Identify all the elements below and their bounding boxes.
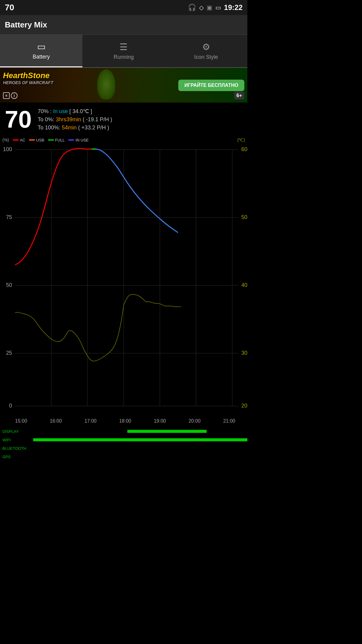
legend-full-label: FULL <box>55 138 65 142</box>
legend-full: FULL <box>48 138 65 142</box>
status-bar: 70 🎧 ◇ ▣ ▭ 19:22 <box>0 0 247 15</box>
wifi-icon: ◇ <box>199 4 204 11</box>
x-label-1500: 15:00 <box>15 418 27 424</box>
svg-text:50: 50 <box>6 282 12 288</box>
battery-tab-icon: ▭ <box>37 41 46 52</box>
svg-text:60: 60 <box>241 146 247 152</box>
legend-usb-label: USB <box>36 138 44 142</box>
chart-legend: (%) AC USB FULL IN USE (℃) <box>0 136 247 144</box>
tab-running-label: Running <box>113 54 134 60</box>
legend-usb: USB <box>29 138 44 142</box>
headphone-icon: 🎧 <box>188 4 196 11</box>
battery-number: 70 <box>5 107 32 132</box>
battery-status: In use <box>53 108 68 114</box>
activity-bar-gps <box>33 455 247 458</box>
svg-text:50: 50 <box>241 214 247 220</box>
activity-bar-bluetooth <box>33 447 247 450</box>
activity-label-bluetooth: BLUETOOTH <box>0 446 33 451</box>
activity-row-display: DISPLAY <box>0 427 247 436</box>
svg-text:30: 30 <box>241 350 247 356</box>
x-label-1700: 17:00 <box>84 418 97 424</box>
ad-rating: 6+ <box>234 92 244 100</box>
battery-to0-time: 3hrs39min <box>56 116 81 122</box>
wifi-segment-1 <box>33 438 247 441</box>
legend-ac-dot <box>13 139 19 141</box>
ad-close-button[interactable]: × <box>3 92 10 99</box>
status-right: 🎧 ◇ ▣ ▭ 19:22 <box>188 3 243 12</box>
tab-icon-style[interactable]: ⚙ Icon Style <box>165 35 247 67</box>
battery-to100-line: To 100%: 54min ( +33.2 P/H ) <box>38 125 112 131</box>
tab-battery[interactable]: ▭ Battery <box>0 35 82 67</box>
time-display: 19:22 <box>224 3 243 12</box>
svg-text:0: 0 <box>9 403 12 409</box>
activity-bar-wifi <box>33 438 247 441</box>
legend-in-use: IN USE <box>68 138 88 142</box>
svg-text:40: 40 <box>241 282 247 288</box>
activity-label-gps: GPS <box>0 455 33 459</box>
app-title: Battery Mix <box>5 20 47 30</box>
activity-bars: DISPLAY WIFI BLUETOOTH GPS <box>0 427 247 461</box>
svg-text:100: 100 <box>3 146 12 152</box>
activity-row-gps: GPS <box>0 452 247 461</box>
legend-in-use-label: IN USE <box>75 138 88 142</box>
svg-text:20: 20 <box>241 403 247 409</box>
tab-icon-style-label: Icon Style <box>194 54 218 60</box>
y-axis-left-label: (%) <box>2 138 9 142</box>
x-label-2000: 20:00 <box>189 418 201 424</box>
x-axis-labels: 15:00 16:00 17:00 18:00 19:00 20:00 21:0… <box>0 415 247 427</box>
battery-to0-line: To 0%: 3hrs39min ( -19.1 P/H ) <box>38 116 112 123</box>
block-icon: ▣ <box>207 4 212 11</box>
legend-ac: AC <box>13 138 25 142</box>
app-header: Battery Mix <box>0 15 247 35</box>
battery-info-section: 70 70% : In use [ 34.0℃ ] To 0%: 3hrs39m… <box>0 103 247 136</box>
ad-cta-button[interactable]: ИГРАЙТЕ БЕСПЛАТНО <box>178 80 244 91</box>
legend-full-dot <box>48 139 54 141</box>
y-axis-right-label: (℃) <box>237 138 245 142</box>
activity-label-display: DISPLAY <box>0 429 33 434</box>
legend-usb-dot <box>29 139 35 141</box>
ad-info-button[interactable]: i <box>11 92 17 99</box>
x-label-2100: 21:00 <box>223 418 235 424</box>
tab-battery-label: Battery <box>33 54 50 60</box>
legend-ac-label: AC <box>20 138 25 142</box>
legend-in-use-dot <box>68 139 74 141</box>
x-label-1600: 16:00 <box>50 418 62 424</box>
battery-status-line: 70% : In use [ 34.0℃ ] <box>38 108 112 115</box>
ad-close-controls[interactable]: × i <box>3 92 17 99</box>
svg-text:75: 75 <box>6 214 12 220</box>
battery-icon: ▭ <box>215 4 221 11</box>
running-tab-icon: ☰ <box>119 42 128 52</box>
chart-svg: 100 75 50 25 0 60 50 40 30 20 <box>0 144 247 415</box>
icon-style-tab-icon: ⚙ <box>202 42 210 52</box>
x-label-1900: 19:00 <box>154 418 166 424</box>
battery-to100-time: 54min <box>62 125 77 131</box>
battery-details: 70% : In use [ 34.0℃ ] To 0%: 3hrs39min … <box>38 108 112 131</box>
x-label-1800: 18:00 <box>119 418 131 424</box>
svg-text:25: 25 <box>6 350 12 356</box>
activity-row-wifi: WIFI <box>0 436 247 444</box>
tab-bar: ▭ Battery ☰ Running ⚙ Icon Style <box>0 35 247 68</box>
activity-label-wifi: WIFI <box>0 438 33 442</box>
ad-banner[interactable]: HearthStone HEROES OF WARCRAFT ИГРАЙТЕ Б… <box>0 68 247 103</box>
ad-title: HearthStone HEROES OF WARCRAFT <box>3 71 53 85</box>
activity-bar-display <box>33 430 247 433</box>
chart-area: 100 75 50 25 0 60 50 40 30 20 <box>0 144 247 415</box>
display-segment-1 <box>127 430 207 433</box>
status-battery-level: 70 <box>5 3 14 12</box>
tab-running[interactable]: ☰ Running <box>82 35 165 67</box>
activity-row-bluetooth: BLUETOOTH <box>0 444 247 452</box>
